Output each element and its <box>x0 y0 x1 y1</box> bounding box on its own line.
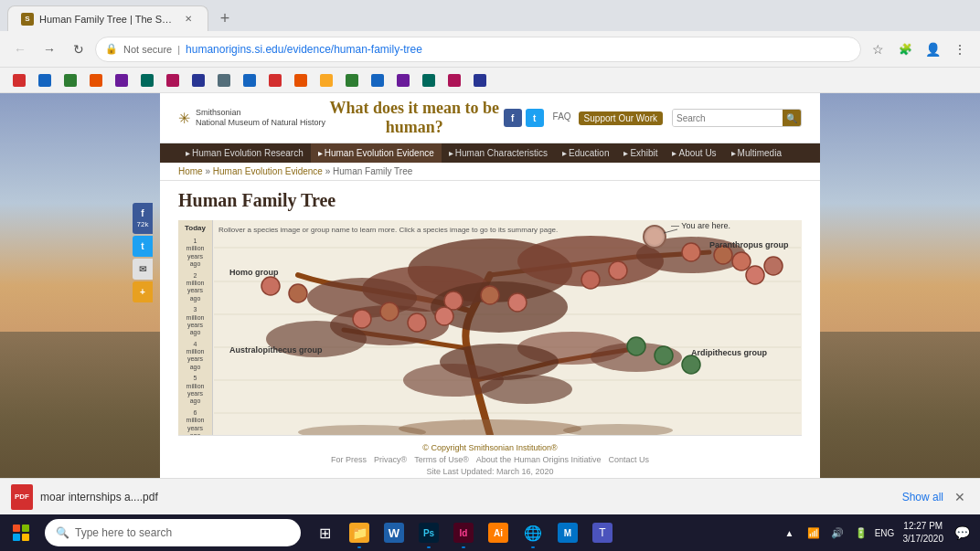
facebook-icon[interactable]: f <box>504 109 522 127</box>
sidebar-share[interactable]: ✉ <box>133 259 153 280</box>
main-content: Human Family Tree Today 1millionyearsago… <box>160 181 820 493</box>
nav-item-evidence[interactable]: ▸ Human Evolution Evidence <box>311 143 442 163</box>
nav-item-research[interactable]: ▸ Human Evolution Research <box>178 143 311 163</box>
bookmark-item[interactable] <box>468 70 492 90</box>
footer-press-link[interactable]: For Press <box>331 455 367 464</box>
nav-item-multimedia[interactable]: ▸ Multimedia <box>724 143 789 163</box>
breadcrumb: Home » Human Evolution Evidence » Human … <box>160 163 820 181</box>
bookmark-item[interactable] <box>417 70 441 90</box>
support-link[interactable]: Support Our Work <box>579 111 663 125</box>
menu-button[interactable]: ⋮ <box>947 37 973 62</box>
search-button[interactable]: 🔍 <box>783 110 801 126</box>
explorer-icon: 📁 <box>349 523 369 543</box>
taskbar-network-icon[interactable]: 📶 <box>803 514 825 551</box>
profile-button[interactable]: 👤 <box>920 37 945 62</box>
download-filename: moar internships a....pdf <box>40 491 895 503</box>
taskbar-photoshop[interactable]: Ps <box>412 514 445 551</box>
bookmark-item[interactable] <box>289 70 313 90</box>
bookmark-item[interactable] <box>33 70 57 90</box>
nav-item-about[interactable]: ▸ About Us <box>665 143 723 163</box>
taskbar-teams[interactable]: T <box>586 514 619 551</box>
svg-point-38 <box>380 302 399 321</box>
bookmark-button[interactable]: ☆ <box>865 37 890 62</box>
taskbar-search-icon: 🔍 <box>56 526 69 539</box>
refresh-button[interactable]: ↻ <box>66 37 91 62</box>
taskbar-volume-icon[interactable]: 🔊 <box>826 514 848 551</box>
bookmark-item[interactable] <box>340 70 364 90</box>
sidebar-plus[interactable]: + <box>133 281 153 302</box>
taskbar-indesign[interactable]: Id <box>447 514 480 551</box>
twitter-icon[interactable]: t <box>526 109 544 127</box>
bookmark-item[interactable] <box>84 70 108 90</box>
sidebar-facebook[interactable]: f72k <box>133 203 153 234</box>
search-input[interactable] <box>673 110 783 126</box>
taskbar-notification-button[interactable]: 💬 <box>951 514 973 551</box>
bookmark-item[interactable] <box>314 70 338 90</box>
date-display: 3/17/2020 <box>903 533 944 546</box>
tab-close-button[interactable]: ✕ <box>182 13 195 26</box>
bookmark-item[interactable] <box>263 70 287 90</box>
svg-point-39 <box>408 313 426 332</box>
taskbar-taskview[interactable]: ⊞ <box>308 514 341 551</box>
show-all-button[interactable]: Show all <box>902 491 943 503</box>
tab-bar: S Human Family Tree | The Smithsonian In… <box>0 0 980 31</box>
bookmark-item[interactable] <box>7 70 31 90</box>
taskbar-battery-icon[interactable]: 🔋 <box>850 514 872 551</box>
nav-item-education[interactable]: ▸ Education <box>555 143 616 163</box>
footer-terms-link[interactable]: Terms of Use® <box>414 455 469 464</box>
taskbar-language[interactable]: ENG <box>874 514 896 551</box>
svg-point-25 <box>682 243 700 261</box>
app-active-indicator <box>427 546 431 548</box>
bookmark-item[interactable] <box>212 70 236 90</box>
footer-contact-link[interactable]: Contact Us <box>608 455 649 464</box>
taskbar-time[interactable]: 12:27 PM 3/17/2020 <box>898 520 950 546</box>
bookmark-item[interactable] <box>135 70 159 90</box>
bookmark-item[interactable] <box>238 70 261 90</box>
download-close-button[interactable]: ✕ <box>951 488 969 506</box>
sidebar-twitter[interactable]: t <box>133 236 153 257</box>
breadcrumb-section[interactable]: Human Evolution Evidence <box>213 166 323 176</box>
windows-icon-q2 <box>22 525 29 532</box>
search-box[interactable]: 🔍 <box>672 109 802 127</box>
site-tagline-container: What does it mean to be human? <box>325 99 504 137</box>
homo-group-label: Homo group <box>229 268 279 277</box>
bookmark-favicon <box>269 74 282 87</box>
family-tree-diagram[interactable]: Today 1millionyearsago 2millionyearsago … <box>178 220 802 435</box>
footer-about-link[interactable]: About the Human Origins Initiative <box>476 455 602 464</box>
nav-item-exhibit[interactable]: ▸ Exhibit <box>616 143 665 163</box>
nav-right-buttons: ☆ 🧩 👤 ⋮ <box>865 37 973 62</box>
bookmark-item[interactable] <box>391 70 415 90</box>
bookmark-item[interactable] <box>59 70 82 90</box>
new-tab-button[interactable]: + <box>212 5 238 31</box>
taskbar-word[interactable]: W <box>378 514 410 551</box>
timeline-2m: 2millionyearsago <box>178 270 212 305</box>
bookmark-item[interactable] <box>442 70 466 90</box>
bookmark-item[interactable] <box>161 70 185 90</box>
bookmark-item[interactable] <box>366 70 389 90</box>
bookmark-favicon <box>448 74 461 87</box>
extension-button[interactable]: 🧩 <box>892 37 918 62</box>
svg-point-33 <box>289 284 307 302</box>
taskbar-right: ▲ 📶 🔊 🔋 ENG 12:27 PM 3/17/2020 💬 <box>772 514 981 551</box>
taskbar-illustrator[interactable]: Ai <box>482 514 515 551</box>
bookmark-item[interactable] <box>186 70 210 90</box>
bookmark-favicon <box>141 74 154 87</box>
bookmark-favicon <box>294 74 307 87</box>
taskbar-explorer[interactable]: 📁 <box>343 514 376 551</box>
browser-tab[interactable]: S Human Family Tree | The Smithsonian In… <box>7 5 208 31</box>
start-button[interactable] <box>0 514 41 551</box>
back-button[interactable]: ← <box>7 37 33 62</box>
footer-privacy-link[interactable]: Privacy® <box>374 455 407 464</box>
taskbar-chevron-icon[interactable]: ▲ <box>779 514 801 551</box>
taskbar-outlook[interactable]: M <box>551 514 584 551</box>
breadcrumb-home[interactable]: Home <box>178 166 203 176</box>
taskbar-chrome[interactable]: 🌐 <box>517 514 549 551</box>
timeline-6m: 6millionyearsago <box>178 408 212 435</box>
bookmark-item[interactable] <box>110 70 133 90</box>
forward-button[interactable]: → <box>37 37 62 62</box>
address-bar[interactable]: 🔒 Not secure | humanorigins.si.edu/evide… <box>95 37 861 62</box>
taskbar-search[interactable]: 🔍 Type here to search <box>45 519 301 546</box>
nav-item-characteristics[interactable]: ▸ Human Characteristics <box>442 143 555 163</box>
browser-frame: S Human Family Tree | The Smithsonian In… <box>0 0 980 551</box>
faq-link[interactable]: FAQ <box>553 111 571 125</box>
